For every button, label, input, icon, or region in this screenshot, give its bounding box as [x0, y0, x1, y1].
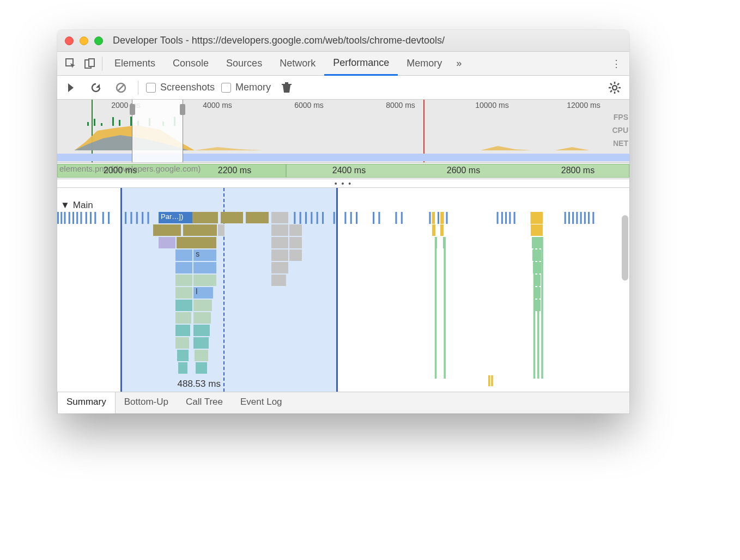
svg-rect-66	[435, 237, 437, 379]
close-window-button[interactable]	[65, 36, 74, 45]
disclosure-triangle-icon: ▼	[60, 200, 70, 211]
screenshots-label: Screenshots	[160, 82, 215, 93]
window-controls	[65, 36, 103, 45]
flame-chart[interactable]: ▼ Main 488.53 ms Par…])	[57, 188, 629, 392]
record-button[interactable]	[62, 78, 80, 97]
performance-toolbar: Screenshots Memory	[57, 76, 629, 100]
svg-rect-69	[537, 237, 539, 379]
svg-line-10	[610, 83, 612, 85]
settings-gear-icon[interactable]	[606, 78, 625, 97]
titlebar: Developer Tools - https://developers.goo…	[57, 30, 629, 52]
tick: 2800 ms	[561, 166, 595, 175]
tab-performance[interactable]: Performance	[324, 52, 398, 76]
tab-call-tree[interactable]: Call Tree	[177, 392, 232, 413]
trash-icon[interactable]	[277, 78, 296, 97]
overview-timeline[interactable]: 2000 ms 4000 ms 6000 ms 8000 ms 10000 ms…	[57, 100, 629, 163]
tick: 4000 ms	[203, 101, 232, 109]
tab-network[interactable]: Network	[271, 52, 324, 76]
screenshots-checkbox[interactable]: Screenshots	[146, 82, 215, 93]
svg-line-11	[617, 90, 619, 92]
tabs-overflow-icon[interactable]: »	[451, 58, 467, 69]
zoom-window-button[interactable]	[94, 36, 103, 45]
checkbox-icon	[221, 83, 231, 93]
window-title: Developer Tools - https://developers.goo…	[113, 35, 445, 46]
tick: 10000 ms	[475, 101, 508, 109]
flame-rows: Par…])	[57, 212, 621, 392]
svg-rect-72	[491, 375, 493, 386]
selection-handle-right[interactable]	[180, 104, 185, 115]
svg-rect-2	[89, 59, 94, 66]
tick: 2000 ms	[104, 166, 137, 175]
scrollbar-thumb[interactable]	[622, 215, 628, 281]
fps-label: FPS	[612, 113, 628, 121]
tab-bottom-up[interactable]: Bottom-Up	[116, 392, 177, 413]
tick: 2200 ms	[218, 166, 251, 175]
svg-point-5	[612, 86, 617, 90]
checkbox-icon	[146, 83, 156, 93]
tick: 8000 ms	[386, 101, 415, 109]
svg-line-4	[118, 84, 124, 91]
clear-button[interactable]	[112, 78, 130, 97]
devtools-menu-icon[interactable]: ⋮	[607, 58, 625, 70]
svg-rect-70	[541, 237, 543, 379]
devtools-window: Developer Tools - https://developers.goo…	[57, 30, 629, 413]
reload-record-button[interactable]	[87, 78, 105, 97]
details-tabbar: Summary Bottom-Up Call Tree Event Log	[57, 392, 629, 413]
collapsed-section[interactable]: • • •	[57, 179, 629, 188]
separator	[102, 57, 102, 71]
svg-rect-71	[488, 375, 490, 386]
minimize-window-button[interactable]	[80, 36, 88, 45]
tick: 6000 ms	[294, 101, 324, 109]
tick: 2600 ms	[447, 166, 480, 175]
thread-header[interactable]: ▼ Main	[60, 200, 93, 211]
overview-selection[interactable]	[132, 100, 184, 162]
svg-rect-68	[533, 237, 536, 379]
tab-sources[interactable]: Sources	[217, 52, 271, 76]
thread-label: Main	[73, 200, 93, 211]
tick: 2400 ms	[332, 166, 366, 175]
tab-console[interactable]: Console	[164, 52, 217, 76]
detail-ruler[interactable]: elements.png (developers.google.com) 200…	[57, 163, 629, 179]
memory-checkbox[interactable]: Memory	[221, 82, 271, 93]
separator	[138, 81, 138, 95]
svg-line-13	[617, 83, 619, 85]
svg-line-12	[610, 90, 612, 92]
tab-elements[interactable]: Elements	[106, 52, 164, 76]
device-toolbar-icon[interactable]	[80, 54, 99, 73]
selection-handle-left[interactable]	[130, 104, 135, 115]
tab-event-log[interactable]: Event Log	[232, 392, 291, 413]
devtools-tabbar: Elements Console Sources Network Perform…	[57, 52, 629, 76]
inspect-element-icon[interactable]	[62, 54, 80, 73]
svg-rect-67	[444, 237, 446, 379]
tab-memory[interactable]: Memory	[398, 52, 451, 76]
tick: 12000 ms	[567, 101, 600, 109]
memory-label: Memory	[235, 82, 271, 93]
tab-summary[interactable]: Summary	[57, 392, 116, 413]
